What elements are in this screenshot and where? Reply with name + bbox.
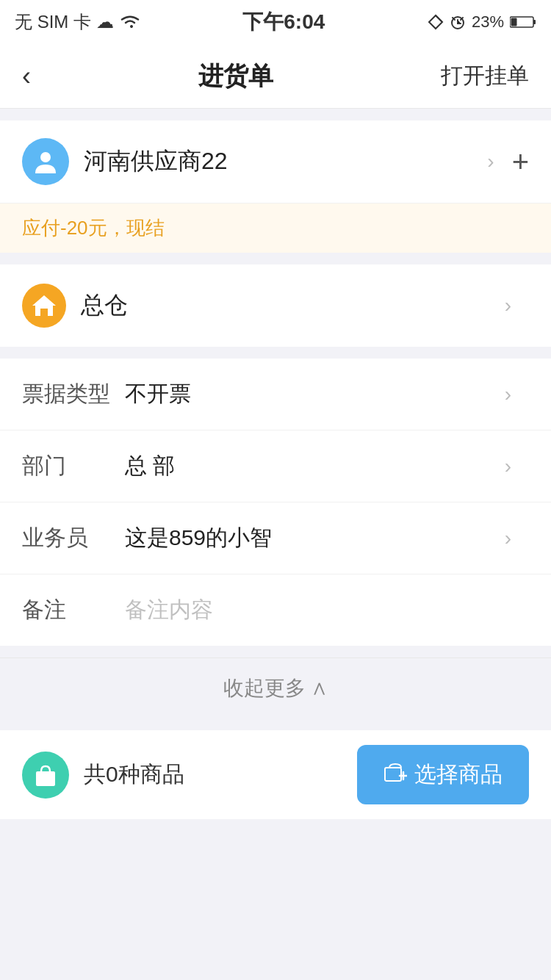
svg-point-4: [40, 152, 51, 162]
collapse-bar[interactable]: 收起更多 ∧: [0, 657, 551, 718]
sales-rep-row[interactable]: 业务员 这是859的小智 ›: [0, 502, 551, 574]
department-chevron-icon: ›: [505, 455, 511, 478]
nav-bar: ‹ 进货单 打开挂单: [0, 44, 551, 109]
supplier-row[interactable]: 河南供应商22 › +: [0, 120, 551, 203]
sim-label: 无 SIM 卡 ☁: [15, 10, 114, 34]
warehouse-section: 总仓 ›: [0, 264, 551, 347]
page-title: 进货单: [198, 60, 273, 93]
select-product-button[interactable]: 选择商品: [357, 745, 529, 804]
status-time: 下午6:04: [242, 8, 325, 36]
sales-rep-label: 业务员: [22, 523, 125, 553]
cart-add-icon: [383, 763, 407, 787]
svg-rect-5: [40, 309, 48, 316]
status-bar: 无 SIM 卡 ☁ 下午6:04 23%: [0, 0, 551, 44]
warehouse-row[interactable]: 总仓 ›: [0, 264, 551, 347]
notice-bar: 应付-20元，现结: [0, 203, 551, 253]
svg-rect-7: [385, 768, 401, 781]
supplier-avatar: [22, 138, 69, 185]
form-section: 票据类型 不开票 › 部门 总 部 › 业务员 这是859的小智 › 备注 备注…: [0, 359, 551, 646]
product-icon: [22, 752, 69, 799]
invoice-type-row[interactable]: 票据类型 不开票 ›: [0, 359, 551, 430]
add-button[interactable]: +: [512, 145, 529, 179]
remark-label: 备注: [22, 595, 125, 625]
invoice-type-label: 票据类型: [22, 379, 125, 409]
bottom-gap: [0, 718, 551, 730]
status-right: 23%: [428, 12, 536, 32]
product-count-label: 共0种商品: [84, 760, 357, 790]
section-gap: [0, 109, 551, 120]
location-icon: [428, 14, 444, 30]
wifi-icon: [120, 15, 140, 29]
supplier-chevron-icon: ›: [487, 150, 494, 173]
invoice-type-value: 不开票: [125, 379, 505, 409]
supplier-name: 河南供应商22: [84, 145, 487, 178]
back-button[interactable]: ‹: [22, 61, 31, 92]
remark-row[interactable]: 备注 备注内容: [0, 574, 551, 646]
remark-input[interactable]: 备注内容: [125, 595, 529, 625]
supplier-section: 河南供应商22 › + 应付-20元，现结: [0, 120, 551, 253]
department-label: 部门: [22, 451, 125, 481]
select-product-label: 选择商品: [414, 760, 503, 790]
department-row[interactable]: 部门 总 部 ›: [0, 430, 551, 502]
department-value: 总 部: [125, 451, 505, 481]
warehouse-name: 总仓: [81, 289, 505, 322]
status-left: 无 SIM 卡 ☁: [15, 10, 140, 34]
svg-rect-6: [36, 771, 55, 786]
sales-rep-value: 这是859的小智: [125, 523, 505, 553]
battery-icon: [510, 15, 536, 29]
bottom-bar: 共0种商品 选择商品: [0, 730, 551, 819]
invoice-type-chevron-icon: ›: [505, 383, 511, 406]
svg-rect-3: [511, 18, 516, 26]
warehouse-icon: [22, 284, 66, 328]
sales-rep-chevron-icon: ›: [505, 527, 511, 550]
battery-label: 23%: [472, 12, 504, 32]
svg-rect-2: [533, 20, 536, 24]
alarm-icon: [450, 14, 466, 30]
open-pending-button[interactable]: 打开挂单: [441, 61, 529, 91]
warehouse-chevron-icon: ›: [505, 294, 511, 317]
